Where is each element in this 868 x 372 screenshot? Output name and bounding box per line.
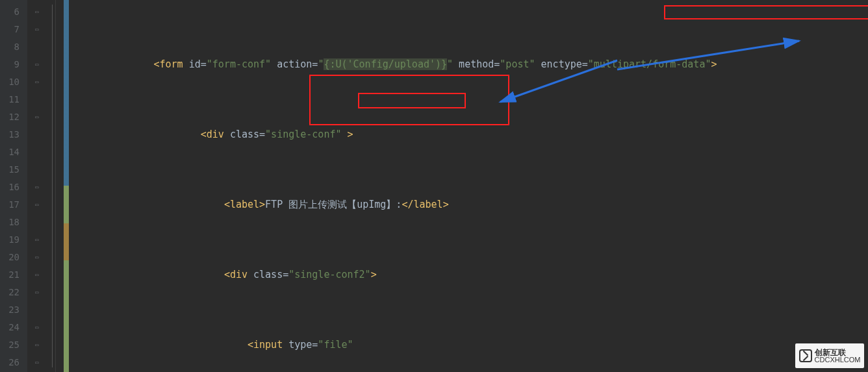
line-number: 24: [0, 319, 19, 336]
fold-toggle-icon[interactable]: ▭: [27, 319, 55, 336]
watermark-logo-icon: [799, 349, 812, 362]
line-number: 23: [0, 301, 19, 319]
line-number: 25: [0, 336, 19, 354]
fold-toggle-icon[interactable]: ▭: [27, 73, 55, 91]
code-line[interactable]: <label>FTP 图片上传测试【upImg】:</label>: [60, 196, 868, 214]
fold-toggle-icon[interactable]: ▭: [27, 284, 55, 301]
code-editor[interactable]: 6 7 8 9 10 11 12 13 14 15 16 17 18 19 20…: [0, 0, 868, 372]
annotation-box-input: [309, 75, 509, 125]
watermark: 创新互联 CDCXHLCOM: [795, 343, 864, 368]
code-line[interactable]: <div class="single-conf2">: [60, 266, 868, 284]
fold-toggle-icon[interactable]: ▭: [27, 336, 55, 354]
line-number: 11: [0, 91, 19, 108]
code-line[interactable]: <input type="file": [60, 336, 868, 354]
line-number: 15: [0, 161, 19, 179]
line-number: 16: [0, 179, 19, 196]
line-number: 19: [0, 231, 19, 249]
fold-toggle-icon[interactable]: ▭: [27, 249, 55, 266]
fold-toggle-icon[interactable]: ▭: [27, 108, 55, 126]
fold-toggle-icon[interactable]: ▭: [27, 56, 55, 73]
line-number: 14: [0, 143, 19, 161]
annotation-box-enctype: [664, 5, 868, 19]
code-line[interactable]: <form id="form-conf" action="{:U('Config…: [60, 56, 868, 73]
fold-toggle-icon[interactable]: ▭: [27, 179, 55, 196]
line-number: 21: [0, 266, 19, 284]
line-number: 7: [0, 21, 19, 38]
line-number: 12: [0, 108, 19, 126]
fold-toggle-icon[interactable]: ▭: [27, 3, 55, 21]
line-number: 20: [0, 249, 19, 266]
fold-toggle-icon[interactable]: ▭: [27, 231, 55, 249]
fold-guide: [52, 5, 53, 367]
line-number: 13: [0, 126, 19, 143]
fold-column[interactable]: ▭ ▭ ▭ ▭ ▭ ▭ ▭ ▭ ▭ ▭ ▭ ▭ ▭ ▭: [27, 0, 56, 372]
fold-toggle-icon[interactable]: ▭: [27, 21, 55, 38]
watermark-text: 创新互联 CDCXHLCOM: [815, 349, 861, 364]
code-area[interactable]: <form id="form-conf" action="{:U('Config…: [56, 0, 868, 372]
line-number: 10: [0, 73, 19, 91]
line-number: 22: [0, 284, 19, 301]
annotation-arrow-icon: [446, 19, 806, 138]
fold-toggle-icon[interactable]: ▭: [27, 266, 55, 284]
code-line[interactable]: <div class="single-conf" >: [60, 126, 868, 143]
line-number-gutter: 6 7 8 9 10 11 12 13 14 15 16 17 18 19 20…: [0, 0, 27, 372]
line-number: 26: [0, 354, 19, 371]
fold-toggle-icon[interactable]: ▭: [27, 196, 55, 214]
line-number: 18: [0, 214, 19, 231]
line-number: 8: [0, 38, 19, 56]
fold-toggle-icon[interactable]: ▭: [27, 354, 55, 371]
line-number: 17: [0, 196, 19, 214]
line-number: 9: [0, 56, 19, 73]
line-number: 6: [0, 3, 19, 21]
annotation-box-name: [358, 93, 466, 108]
